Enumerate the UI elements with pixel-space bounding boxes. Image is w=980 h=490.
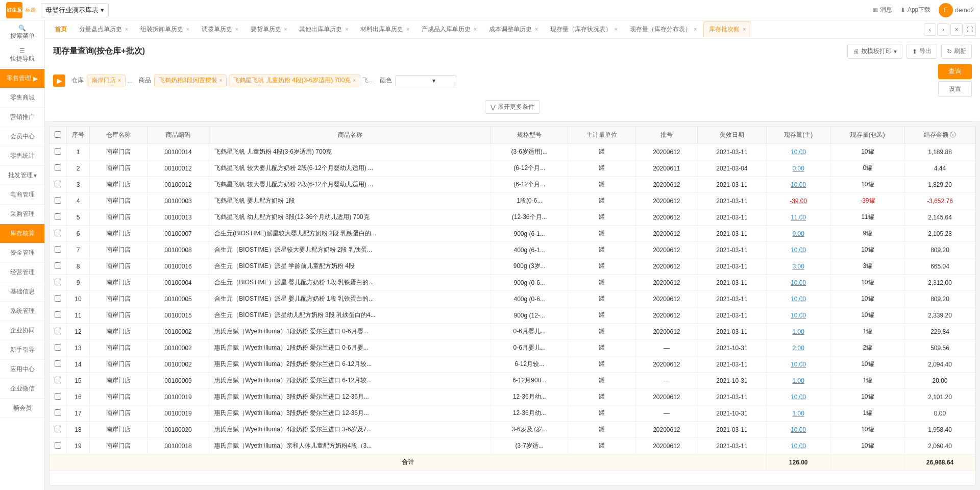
sidebar-item-guide[interactable]: 新手引导: [0, 340, 44, 360]
sidebar-item-basic-info[interactable]: 基础信息: [0, 282, 44, 302]
sidebar-item-operations[interactable]: 经营管理: [0, 263, 44, 282]
td-qty[interactable]: 10.00: [766, 389, 830, 405]
td-qty[interactable]: 3.00: [766, 258, 830, 275]
td-qty[interactable]: 0.00: [766, 160, 830, 177]
tab-close-icon[interactable]: ×: [345, 27, 348, 32]
row-checkbox[interactable]: [55, 295, 61, 302]
product-more[interactable]: 飞...: [362, 76, 374, 85]
row-checkbox[interactable]: [55, 148, 61, 155]
row-checkbox[interactable]: [55, 164, 61, 171]
user-area[interactable]: E demo2: [939, 3, 974, 17]
row-checkbox[interactable]: [55, 344, 61, 351]
td-qty[interactable]: 10.00: [766, 307, 830, 324]
sidebar-item-purchase[interactable]: 采购管理: [0, 205, 44, 224]
row-checkbox[interactable]: [55, 181, 61, 187]
warehouse-more[interactable]: ...: [128, 77, 133, 84]
tab-close-icon[interactable]: ×: [615, 27, 618, 32]
tab-finished-inbound[interactable]: 产成品入库单历史 ×: [416, 21, 482, 37]
sidebar-item-finance[interactable]: 资金管理: [0, 243, 44, 263]
export-btn[interactable]: ⬆ 导出: [906, 44, 937, 59]
tab-material-outbound[interactable]: 材料出库单历史 ×: [355, 21, 415, 37]
row-checkbox[interactable]: [55, 426, 61, 432]
row-checkbox[interactable]: [55, 311, 61, 318]
tab-close-icon[interactable]: ×: [284, 27, 287, 32]
sidebar-item-marketing[interactable]: 营销推广: [0, 108, 44, 127]
sidebar-item-ecommerce[interactable]: 电商管理: [0, 185, 44, 205]
tab-other-outbound[interactable]: 其他出库单历史 ×: [293, 21, 354, 37]
sidebar-item-app-center[interactable]: 应用中心: [0, 360, 44, 379]
tab-home[interactable]: 首页: [49, 21, 72, 37]
sidebar-item-retail-shop[interactable]: 零售商城: [0, 88, 44, 108]
td-qty[interactable]: 1.00: [766, 373, 830, 389]
tab-inventory-batch[interactable]: 库存批次账 ×: [703, 21, 751, 37]
tab-cost-adjust[interactable]: 成本调整单历史 ×: [483, 21, 544, 37]
row-checkbox[interactable]: [55, 328, 61, 334]
refresh-btn[interactable]: ↻ 刷新: [941, 44, 972, 59]
sidebar-item-enterprise[interactable]: 企业协同: [0, 321, 44, 340]
select-all-checkbox[interactable]: [55, 131, 61, 138]
td-qty[interactable]: 2.00: [766, 340, 830, 356]
product-tag-2-close-icon[interactable]: ×: [353, 78, 356, 83]
td-qty[interactable]: 10.00: [766, 438, 830, 454]
td-qty[interactable]: 1.00: [766, 405, 830, 422]
tab-close-icon[interactable]: ×: [186, 27, 189, 32]
tab-close-icon[interactable]: ×: [235, 27, 238, 32]
td-qty[interactable]: 10.00: [766, 144, 830, 160]
row-checkbox[interactable]: [55, 262, 61, 269]
row-checkbox[interactable]: [55, 197, 61, 204]
product-tag-1-close-icon[interactable]: ×: [219, 78, 223, 83]
row-checkbox[interactable]: [55, 377, 61, 383]
tab-close-icon[interactable]: ×: [125, 27, 128, 32]
row-checkbox[interactable]: [55, 246, 61, 253]
tab-close-icon[interactable]: ×: [406, 27, 409, 32]
color-select[interactable]: ▾: [395, 75, 456, 86]
td-qty[interactable]: 9.00: [766, 226, 830, 242]
tab-requisition-history[interactable]: 要货单历史 ×: [245, 21, 293, 37]
row-checkbox[interactable]: [55, 360, 61, 367]
tab-close-icon[interactable]: ×: [743, 27, 746, 32]
sidebar-item-wechat[interactable]: 企业微信: [0, 379, 44, 399]
tab-close-all-btn[interactable]: ×: [950, 23, 963, 36]
tab-close-icon[interactable]: ×: [474, 27, 477, 32]
tab-inventory-status[interactable]: 现存量（库存状况表） ×: [545, 21, 623, 37]
td-qty[interactable]: 10.00: [766, 422, 830, 438]
row-checkbox[interactable]: [55, 230, 61, 236]
td-qty[interactable]: 11.00: [766, 209, 830, 226]
quick-nav[interactable]: ☰ 快捷导航: [0, 44, 44, 66]
messages-btn[interactable]: ✉ 消息: [873, 6, 892, 14]
sidebar-search[interactable]: 🔍 搜索菜单: [0, 20, 44, 44]
td-qty[interactable]: 10.00: [766, 356, 830, 373]
tab-inventory-history[interactable]: 分量盘点单历史 ×: [74, 21, 134, 37]
tab-next-btn[interactable]: ›: [937, 23, 949, 36]
tab-assemble-history[interactable]: 组装拆卸单历史 ×: [135, 21, 195, 37]
row-checkbox[interactable]: [55, 279, 61, 285]
tab-close-icon[interactable]: ×: [535, 27, 538, 32]
sidebar-item-inventory[interactable]: 库存核算: [0, 224, 44, 243]
system-select[interactable]: 母婴行业演示库表 ▾: [41, 3, 109, 17]
tab-close-icon[interactable]: ×: [694, 27, 697, 32]
sidebar-item-retail-management[interactable]: 零售管理 ▶: [0, 69, 44, 88]
setting-btn[interactable]: 设置: [938, 81, 972, 97]
sidebar-item-system[interactable]: 系统管理: [0, 302, 44, 321]
print-btn[interactable]: 🖨 按模板打印 ▾: [847, 44, 902, 59]
warehouse-tag-close-icon[interactable]: ×: [118, 78, 121, 83]
query-btn[interactable]: 查询: [938, 64, 972, 79]
tab-prev-btn[interactable]: ‹: [924, 23, 936, 36]
td-qty[interactable]: 1.00: [766, 324, 830, 340]
tab-transfer-history[interactable]: 调拨单历史 ×: [196, 21, 244, 37]
expand-filter-btn[interactable]: ▶: [53, 75, 65, 87]
tab-inventory-dist[interactable]: 现存量（库存分布表） ×: [624, 21, 703, 37]
sidebar-item-member-center[interactable]: 会员中心: [0, 127, 44, 146]
expand-conditions-btn[interactable]: ⋁ 展开更多条件: [485, 100, 540, 114]
td-qty[interactable]: 10.00: [766, 242, 830, 258]
row-checkbox[interactable]: [55, 442, 61, 449]
tab-fullscreen-btn[interactable]: ⛶: [964, 23, 976, 36]
sidebar-item-membership[interactable]: 畅会员: [0, 399, 44, 418]
row-checkbox[interactable]: [55, 409, 61, 416]
row-checkbox[interactable]: [55, 393, 61, 400]
app-download-btn[interactable]: ⬇ App下载: [900, 6, 930, 14]
td-qty[interactable]: 10.00: [766, 291, 830, 307]
sidebar-item-retail-stats[interactable]: 零售统计: [0, 146, 44, 166]
td-qty[interactable]: 10.00: [766, 177, 830, 193]
sidebar-item-wholesale[interactable]: 批发管理 ▾: [0, 166, 44, 185]
